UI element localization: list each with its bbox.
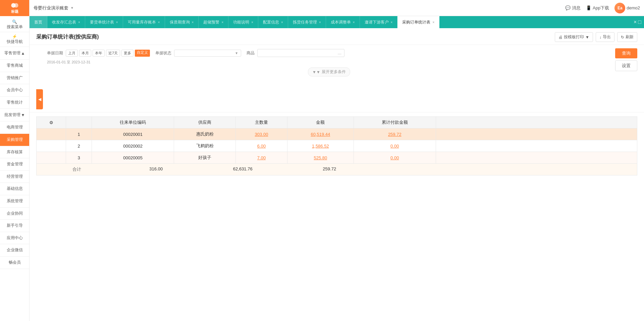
row-supplier: 惠氏奶粉 — [174, 128, 235, 140]
tab-collect-summary[interactable]: 收发存汇总表 × — [47, 16, 85, 28]
chevron-down-icon: ▼▼ — [312, 70, 320, 74]
row-paid[interactable]: 0.00 — [354, 152, 436, 164]
message-button[interactable]: 💬 消息 — [565, 5, 581, 11]
supplier-col-header: 供应商 — [174, 117, 235, 128]
app-download-button[interactable]: 📱 App下载 — [586, 5, 609, 11]
close-icon[interactable]: × — [78, 20, 80, 24]
sidebar-item-retail-stats[interactable]: 零售统计 — [0, 97, 29, 109]
sidebar-item-basic-info[interactable]: 基础信息 — [0, 183, 29, 195]
sidebar: 标题 🔍 搜索菜单 ⚡ 快捷导航 零售管理 ▲ 零售商城 营销推广 会员中心 零… — [0, 0, 30, 321]
message-label: 消息 — [572, 5, 581, 11]
goods-filter: 商品 … — [247, 49, 344, 57]
close-icon[interactable]: × — [251, 20, 253, 24]
sidebar-item-ecommerce-manage[interactable]: 电商管理 — [0, 121, 29, 134]
close-icon[interactable]: × — [116, 20, 118, 24]
tab-overstock-warning[interactable]: 超储预警 × — [199, 16, 228, 28]
close-icon[interactable]: × — [192, 20, 194, 24]
status-label: 单据状态 — [155, 50, 171, 56]
date-shortcut-7days[interactable]: 近7天 — [106, 50, 120, 57]
sidebar-item-inventory-check[interactable]: 库存核算 — [0, 146, 29, 159]
close-icon[interactable]: × — [319, 20, 321, 24]
date-shortcut-more[interactable]: 更多 — [121, 50, 133, 57]
row-supplier: 飞鹤奶粉 — [174, 140, 235, 152]
window-maximize-icon[interactable]: □ — [638, 19, 641, 25]
row-qty[interactable]: 6.00 — [235, 140, 287, 152]
refresh-button[interactable]: ↻ 刷新 — [617, 32, 637, 42]
sidebar-item-retail-store[interactable]: 零售商城 — [0, 60, 29, 72]
sidebar-nav[interactable]: ⚡ 快捷导航 — [0, 32, 29, 47]
table-row: 2 00020002 飞鹤奶粉 6.00 1,586.52 0.00 — [37, 140, 637, 152]
close-icon[interactable]: × — [158, 20, 160, 24]
tab-available-inventory[interactable]: 可用量库存账本 × — [123, 16, 165, 28]
date-shortcut-last-month[interactable]: 上月 — [66, 50, 78, 57]
window-close-icon[interactable]: × — [634, 19, 637, 25]
sidebar-item-retail-manage[interactable]: 零售管理 ▲ — [0, 47, 29, 60]
row-paid[interactable]: 259.72 — [354, 128, 436, 140]
expand-more-button[interactable]: ▼▼ 展开更多条件 — [308, 67, 350, 76]
user-menu[interactable]: Ea demo2 — [614, 3, 640, 13]
close-icon[interactable]: × — [353, 20, 355, 24]
close-icon[interactable]: × — [432, 20, 434, 24]
row-paid[interactable]: 0.00 — [354, 140, 436, 152]
query-button[interactable]: 查询 — [615, 48, 637, 58]
search-icon: 🔍 — [3, 19, 26, 24]
tab-order-stats[interactable]: 要货单统计表 × — [85, 16, 123, 28]
date-shortcut-this-month[interactable]: 本月 — [79, 50, 91, 57]
row-amount[interactable]: 525.80 — [287, 152, 354, 164]
sidebar-item-new-guide[interactable]: 新手引导 — [0, 220, 29, 232]
row-settings — [37, 128, 66, 140]
sidebar-item-marketing[interactable]: 营销推广 — [0, 72, 29, 85]
tab-cost-adjust[interactable]: 成本调整单 × — [326, 16, 360, 28]
sidebar-item-enterprise-wechat[interactable]: 企业微信 — [0, 244, 29, 257]
tab-label: 要货单统计表 — [90, 19, 114, 25]
tab-pick-task[interactable]: 拣货任务管理 × — [288, 16, 326, 28]
tab-label: 首页 — [34, 19, 42, 25]
footer-label: 合计 — [41, 166, 113, 172]
sidebar-item-label: 新手引导 — [7, 223, 23, 228]
close-icon[interactable]: × — [221, 20, 223, 24]
row-qty[interactable]: 7.00 — [235, 152, 287, 164]
status-select[interactable]: ▼ — [174, 50, 241, 57]
tab-config-info[interactable]: 配置信息 × — [258, 16, 288, 28]
settings-col-header[interactable]: ⚙ — [37, 117, 66, 128]
tab-invite-downstream[interactable]: 邀请下游客户 × — [360, 16, 398, 28]
tab-expiry-query[interactable]: 保质期查询 × — [165, 16, 199, 28]
company-selector[interactable]: 母婴行业演示账套 ▼ — [34, 5, 565, 11]
sidebar-item-vip-member[interactable]: 畅会员 — [0, 257, 29, 269]
sidebar-item-purchase-manage[interactable]: 采购管理 — [0, 134, 29, 146]
tab-label: 拣货任务管理 — [293, 19, 317, 25]
sidebar-item-enterprise-collab[interactable]: 企业协同 — [0, 208, 29, 220]
export-button[interactable]: ↓ 导出 — [596, 32, 614, 42]
date-shortcut-this-year[interactable]: 本年 — [93, 50, 105, 57]
sidebar-item-operations-manage[interactable]: 经营管理 — [0, 171, 29, 183]
row-qty[interactable]: 303.00 — [235, 128, 287, 140]
more-icon[interactable]: … — [337, 51, 341, 55]
sidebar-item-member-center[interactable]: 会员中心 — [0, 84, 29, 97]
row-unit-code: 00020005 — [92, 152, 174, 164]
close-icon[interactable]: × — [391, 20, 393, 24]
sidebar-item-label: 企业微信 — [7, 248, 23, 253]
filter-area: ◀ 单据日期 上月 本月 本年 近7天 更多 自定义 — [30, 45, 644, 112]
table-footer: 合计 316.00 62,631.76 259.72 — [36, 164, 637, 175]
tab-function-desc[interactable]: 功能说明 × — [228, 16, 258, 28]
row-amount[interactable]: 1,586.52 — [287, 140, 354, 152]
sidebar-item-system-manage[interactable]: 系统管理 — [0, 195, 29, 208]
row-seq: 3 — [66, 152, 92, 164]
page-content: 采购订单统计表(按供应商) 🖨 按模板打印 ▼ ↓ 导出 ↻ 刷新 — [30, 28, 644, 321]
sidebar-item-wholesale-manage[interactable]: 批发管理 ▼ — [0, 109, 29, 121]
collapse-button[interactable]: ◀ — [36, 89, 43, 109]
settings-button[interactable]: 设置 — [615, 60, 637, 71]
goods-input[interactable]: … — [257, 49, 344, 57]
sidebar-item-label: 库存核算 — [7, 150, 23, 155]
sidebar-item-label: 采购管理 — [7, 137, 23, 143]
tab-label: 保质期查询 — [170, 19, 190, 25]
tab-home[interactable]: 首页 — [30, 16, 47, 28]
row-unit-code: 00020001 — [92, 128, 174, 140]
row-amount[interactable]: 60,519.44 — [287, 128, 354, 140]
sidebar-search[interactable]: 🔍 搜索菜单 — [0, 16, 29, 32]
tab-purchase-stats[interactable]: 采购订单统计表 × — [397, 16, 439, 28]
sidebar-item-capital-manage[interactable]: 资金管理 — [0, 158, 29, 171]
close-icon[interactable]: × — [281, 20, 283, 24]
sidebar-item-app-center[interactable]: 应用中心 — [0, 232, 29, 245]
template-print-button[interactable]: 🖨 按模板打印 ▼ — [555, 32, 593, 42]
